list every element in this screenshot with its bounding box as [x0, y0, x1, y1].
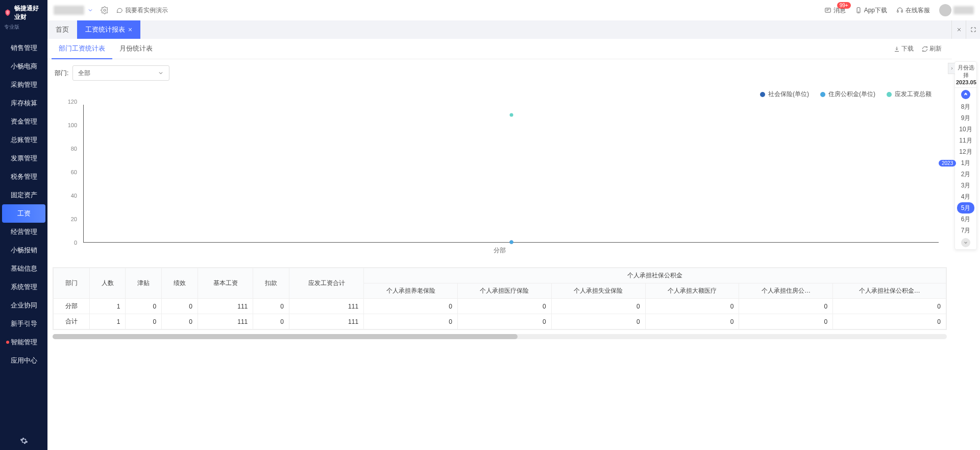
table-cell: 0: [162, 299, 198, 314]
sidebar-item-9[interactable]: 工资: [2, 204, 45, 223]
sidebar-item-5[interactable]: 总账管理: [0, 131, 47, 149]
sidebar-item-14[interactable]: 企业协同: [0, 296, 47, 315]
subtab-dept-stats[interactable]: 部门工资统计表: [52, 39, 112, 59]
dept-filter-select[interactable]: 全部: [72, 65, 169, 81]
sidebar-item-7[interactable]: 税务管理: [0, 168, 47, 186]
month-option[interactable]: 10月: [955, 124, 976, 135]
table-subheader: 个人承担医疗保险: [457, 283, 551, 299]
month-option[interactable]: 5月: [957, 202, 974, 214]
table-cell: 0: [364, 299, 458, 314]
month-option[interactable]: 6月: [955, 214, 976, 225]
table-cell: 0: [551, 299, 645, 314]
table-cell: 0: [162, 314, 198, 329]
month-option[interactable]: 12月: [955, 146, 976, 157]
y-tick: 40: [71, 193, 77, 199]
table-header-group: 个人承担社保公积金: [364, 268, 946, 283]
sidebar-item-12[interactable]: 基础信息: [0, 259, 47, 278]
settings-icon[interactable]: [101, 6, 109, 14]
org-selector[interactable]: [54, 6, 93, 15]
download-button[interactable]: 下载: [894, 44, 914, 53]
month-option[interactable]: 8月: [955, 101, 976, 112]
month-option[interactable]: 3月: [955, 180, 976, 191]
y-tick: 0: [74, 240, 77, 246]
demo-link[interactable]: 我要看实例演示: [116, 6, 168, 15]
y-tick: 80: [71, 146, 77, 152]
svg-rect-1: [825, 8, 830, 12]
chart-container: 社会保险(单位)住房公积金(单位)应发工资总额 020406080100120 …: [47, 87, 952, 260]
table-cell: 1: [89, 299, 126, 314]
close-icon[interactable]: ×: [128, 26, 132, 34]
sidebar-item-15[interactable]: 新手引导: [0, 315, 47, 333]
filter-row: 部门: 全部: [47, 59, 952, 87]
gear-icon: [20, 437, 28, 445]
horizontal-scrollbar[interactable]: [53, 334, 947, 339]
table-cell: 111: [289, 299, 363, 314]
table-cell: 分部: [54, 299, 90, 314]
sidebar-item-1[interactable]: 小畅电商: [0, 57, 47, 76]
year-badge: 2023: [939, 160, 956, 167]
legend-swatch: [887, 92, 892, 97]
legend-item[interactable]: 住房公积金(单位): [820, 90, 875, 99]
sidebar-item-10[interactable]: 经营管理: [0, 223, 47, 241]
app-download-button[interactable]: App下载: [855, 6, 887, 15]
tabbar-fullscreen-button[interactable]: [966, 20, 980, 39]
sidebar-item-11[interactable]: 小畅报销: [0, 241, 47, 259]
panel-collapse-button[interactable]: [948, 63, 955, 74]
month-option[interactable]: 4月: [955, 191, 976, 202]
tab-salary-report[interactable]: 工资统计报表 ×: [77, 20, 140, 39]
table-cell: 0: [126, 299, 162, 314]
tab-home[interactable]: 首页: [47, 20, 77, 39]
table-row: 分部1001110111000000: [54, 299, 946, 314]
table-cell: 111: [198, 299, 253, 314]
y-tick: 20: [71, 216, 77, 222]
table-cell: 0: [364, 314, 458, 329]
month-option[interactable]: 7月: [955, 225, 976, 236]
user-menu[interactable]: [939, 4, 974, 16]
sidebar-settings[interactable]: [0, 432, 47, 450]
headset-icon: [896, 7, 903, 14]
messages-button[interactable]: 消息 99+: [824, 6, 846, 15]
tabbar-close-button[interactable]: [951, 20, 966, 39]
legend-item[interactable]: 应发工资总额: [887, 90, 932, 99]
scrollbar-thumb[interactable]: [53, 334, 518, 339]
table-cell: 0: [645, 314, 739, 329]
month-scroll-up[interactable]: [961, 90, 970, 99]
svg-point-3: [858, 12, 859, 12]
dept-filter-label: 部门:: [55, 69, 68, 78]
legend-item[interactable]: 社会保险(单位): [760, 90, 809, 99]
messages-badge: 99+: [837, 2, 851, 9]
table-header: 扣款: [253, 268, 289, 299]
sidebar-item-6[interactable]: 发票管理: [0, 149, 47, 168]
sidebar-item-8[interactable]: 固定资产: [0, 186, 47, 204]
month-panel-title: 月份选择: [956, 64, 975, 79]
month-option[interactable]: 9月: [955, 112, 976, 124]
month-option[interactable]: 11月: [955, 135, 976, 146]
brand-logo: 畅捷通好业财: [0, 0, 47, 23]
month-option[interactable]: 2月: [955, 169, 976, 180]
table-header: 人数: [89, 268, 126, 299]
sidebar-item-16[interactable]: 智能管理: [0, 333, 47, 351]
sidebar-item-4[interactable]: 资金管理: [0, 112, 47, 131]
sidebar-item-17[interactable]: 应用中心: [0, 351, 47, 370]
table-cell: 0: [551, 314, 645, 329]
sidebar-item-3[interactable]: 库存核算: [0, 94, 47, 112]
content-area: 部门工资统计表 月份统计表 下载 刷新 部门: 全部 社会保险(单位)住房公积金…: [47, 39, 952, 450]
table-cell: 0: [457, 299, 551, 314]
month-scroll-down[interactable]: [961, 238, 970, 247]
subtab-month-stats[interactable]: 月份统计表: [112, 39, 160, 59]
chevron-down-icon: [87, 7, 93, 13]
username-redacted: [953, 6, 974, 14]
table-header: 绩效: [162, 268, 198, 299]
refresh-button[interactable]: 刷新: [922, 44, 942, 53]
sidebar-item-2[interactable]: 采购管理: [0, 76, 47, 94]
salary-table: 部门人数津贴绩效基本工资扣款应发工资合计个人承担社保公积金个人承担养老保险个人承…: [53, 268, 946, 329]
chart: 020406080100120 分部: [61, 102, 939, 255]
customer-service-button[interactable]: 在线客服: [896, 6, 930, 15]
table-cell: 0: [645, 299, 739, 314]
table-cell: 0: [739, 299, 833, 314]
sidebar-item-13[interactable]: 系统管理: [0, 278, 47, 296]
sidebar-item-0[interactable]: 销售管理: [0, 39, 47, 57]
table-row: 合计1001110111000000: [54, 314, 946, 329]
month-selector-panel: 月份选择 2023.05 8月9月10月11月12月20231月2月3月4月5月…: [954, 61, 977, 250]
month-option[interactable]: 20231月: [955, 157, 976, 169]
